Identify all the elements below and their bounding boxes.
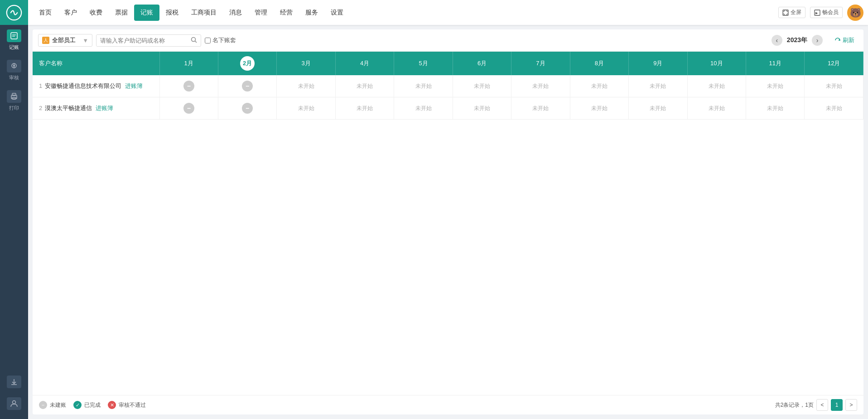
col-month-7: 7月 <box>511 52 570 75</box>
employee-label: 全部员工 <box>52 36 76 44</box>
nav-customer[interactable]: 客户 <box>58 0 83 25</box>
sidebar: 记账 审核 打印 <box>0 0 28 419</box>
search-input[interactable] <box>96 35 187 46</box>
cell-month-9: 未开始 <box>629 97 687 120</box>
table-row: 2漠澳太平畅捷通信进账簿−−未开始未开始未开始未开始未开始未开始未开始未开始未开… <box>33 97 863 120</box>
mine-accounts-label[interactable]: 名下账套 <box>205 36 236 44</box>
refresh-label: 刷新 <box>843 36 854 44</box>
svg-point-12 <box>13 401 16 404</box>
prev-page-button[interactable]: < <box>816 399 828 411</box>
col-month-9: 9月 <box>629 52 687 75</box>
col-month-3: 3月 <box>277 52 335 75</box>
main-card: 人 全部员工 ▼ 名下账套 <box>33 29 863 414</box>
status-not-started: 未开始 <box>650 105 666 111</box>
status-not-started: 未开始 <box>357 105 373 111</box>
toolbar: 人 全部员工 ▼ 名下账套 <box>33 29 863 52</box>
nav-invoice[interactable]: 票据 <box>109 0 134 25</box>
svg-line-25 <box>195 41 197 43</box>
row-number: 2 <box>39 105 42 111</box>
table-row: 1安徽畅捷通信息技术有限公司进账簿−−未开始未开始未开始未开始未开始未开始未开始… <box>33 75 863 97</box>
cell-month-12: 未开始 <box>805 97 863 120</box>
status-not-built-icon: − <box>242 81 253 92</box>
cell-month-6: 未开始 <box>453 97 511 120</box>
svg-rect-9 <box>12 97 16 99</box>
nav-right: 全屏 ▶ 畅会员 🐻 <box>778 5 863 21</box>
nav-message[interactable]: 消息 <box>223 0 248 25</box>
sidebar-item-download[interactable] <box>0 371 28 393</box>
prev-year-button[interactable]: ‹ <box>772 35 782 46</box>
status-not-started: 未开始 <box>650 83 666 89</box>
status-not-started: 未开始 <box>474 105 490 111</box>
nav-business[interactable]: 工商项目 <box>185 0 223 25</box>
app-logo[interactable] <box>0 0 28 25</box>
status-not-started: 未开始 <box>709 83 725 89</box>
year-display: 2023年 <box>787 36 807 44</box>
legend-completed: ✓ 已完成 <box>73 401 101 409</box>
audit-icon <box>7 60 21 72</box>
status-not-started: 未开始 <box>532 105 549 111</box>
row-number: 1 <box>39 82 42 89</box>
sidebar-item-user[interactable] <box>0 393 28 414</box>
legend-rejected: ✕ 审核不通过 <box>108 401 146 409</box>
nav-fee[interactable]: 收费 <box>83 0 109 25</box>
cell-month-6: 未开始 <box>453 75 511 97</box>
nav-operation[interactable]: 经营 <box>274 0 299 25</box>
chevron-down-icon: ▼ <box>82 37 88 44</box>
table-header-row: 客户名称 1月 2月 3月 4月 5月 6月 7月 8月 9月 <box>33 52 863 75</box>
status-not-started: 未开始 <box>591 105 608 111</box>
nav-tax[interactable]: 报税 <box>159 0 185 25</box>
cell-month-8: 未开始 <box>570 75 628 97</box>
total-records: 共2条记录，1页 <box>775 401 814 409</box>
sidebar-item-label: 打印 <box>9 105 19 111</box>
status-not-started: 未开始 <box>415 83 432 89</box>
enter-link[interactable]: 进账簿 <box>96 105 113 111</box>
status-not-built-icon: − <box>183 103 194 114</box>
status-not-built-icon: − <box>183 81 194 92</box>
mine-accounts-text: 名下账套 <box>212 36 236 44</box>
completed-label: 已完成 <box>84 401 101 409</box>
refresh-button[interactable]: 刷新 <box>831 34 858 46</box>
bookkeeping-table: 客户名称 1月 2月 3月 4月 5月 6月 7月 8月 9月 <box>33 52 863 120</box>
cell-month-4: 未开始 <box>335 97 394 120</box>
cell-month-11: 未开始 <box>746 75 805 97</box>
col-month-4: 4月 <box>335 52 394 75</box>
legend-not-built: − 未建账 <box>39 401 66 409</box>
status-not-started: 未开始 <box>767 105 783 111</box>
search-button[interactable] <box>187 35 201 46</box>
col-month-1: 1月 <box>159 52 218 75</box>
vip-label: 畅会员 <box>822 9 839 16</box>
nav-home[interactable]: 首页 <box>33 0 58 25</box>
nav-service[interactable]: 服务 <box>299 0 324 25</box>
col-month-12: 12月 <box>805 52 863 75</box>
sidebar-bottom <box>0 371 28 419</box>
enter-link[interactable]: 进账簿 <box>125 82 143 89</box>
page-1-button[interactable]: 1 <box>831 399 843 411</box>
rejected-icon: ✕ <box>108 401 116 409</box>
employee-select[interactable]: 人 全部员工 ▼ <box>38 34 92 47</box>
svg-point-24 <box>192 37 196 41</box>
next-year-button[interactable]: › <box>812 35 823 46</box>
cell-month-2: − <box>218 97 276 120</box>
col-month-10: 10月 <box>687 52 746 75</box>
col-month-6: 6月 <box>453 52 511 75</box>
mine-accounts-checkbox[interactable] <box>205 38 211 43</box>
nav-management[interactable]: 管理 <box>248 0 274 25</box>
user-avatar[interactable]: 🐻 <box>847 5 863 21</box>
year-navigation: ‹ 2023年 › <box>772 35 823 46</box>
table-body: 1安徽畅捷通信息技术有限公司进账簿−−未开始未开始未开始未开始未开始未开始未开始… <box>33 75 863 120</box>
nav-settings[interactable]: 设置 <box>324 0 350 25</box>
bookkeeping-icon <box>7 29 21 42</box>
sidebar-item-print[interactable]: 打印 <box>0 86 28 116</box>
cell-month-2: − <box>218 75 276 97</box>
search-wrap <box>96 34 201 47</box>
vip-button[interactable]: ▶ 畅会员 <box>810 7 843 18</box>
status-not-started: 未开始 <box>591 83 608 89</box>
fullscreen-button[interactable]: 全屏 <box>778 7 805 18</box>
not-built-label: 未建账 <box>50 401 66 409</box>
sidebar-item-audit[interactable]: 审核 <box>0 55 28 86</box>
next-page-button[interactable]: > <box>845 399 857 411</box>
cell-customer: 1安徽畅捷通信息技术有限公司进账簿 <box>33 75 159 97</box>
sidebar-item-bookkeeping[interactable]: 记账 <box>0 25 28 55</box>
content-area: 人 全部员工 ▼ 名下账套 <box>28 25 868 419</box>
nav-bookkeeping[interactable]: 记账 <box>134 5 159 21</box>
